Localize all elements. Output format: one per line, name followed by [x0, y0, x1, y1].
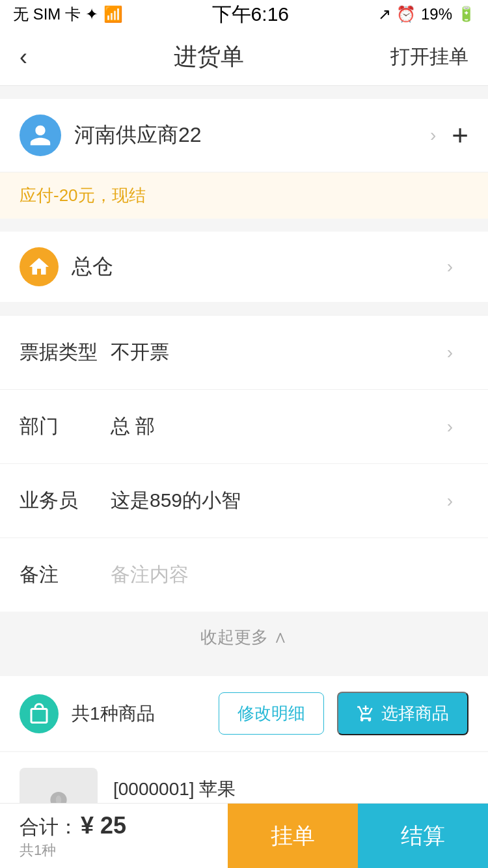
warehouse-icon [20, 247, 59, 286]
product-code: [0000001] [113, 779, 195, 799]
goods-icon [20, 694, 59, 733]
salesperson-row[interactable]: 业务员 这是859的小智 › [0, 463, 488, 537]
collapse-button[interactable]: 收起更多 ∧ [0, 612, 488, 663]
status-time: 下午6:16 [212, 1, 289, 28]
salesperson-chevron-icon: › [447, 491, 453, 511]
sim-status: 无 SIM 卡 ✦ [13, 4, 98, 25]
form-section: 票据类型 不开票 › 部门 总 部 › 业务员 这是859的小智 › 备注 备注… [0, 315, 488, 612]
total-label: 合计： [20, 814, 78, 841]
status-bar: 无 SIM 卡 ✦ 📶 下午6:16 ↗ ⏰ 19% 🔋 [0, 0, 488, 29]
supplier-chevron-icon: › [430, 125, 436, 146]
status-right: ↗ ⏰ 19% 🔋 [378, 5, 475, 23]
total-section: 合计： ¥ 25 共1种 [0, 804, 228, 868]
goods-header: 共1种商品 修改明细 选择商品 [0, 676, 488, 751]
page-title: 进货单 [174, 41, 244, 73]
settle-button[interactable]: 结算 [358, 804, 488, 868]
supplier-avatar [20, 115, 61, 156]
supplier-section: 河南供应商22 › + 应付-20元，现结 [0, 99, 488, 219]
shopping-bag-icon [27, 702, 51, 726]
remark-row[interactable]: 备注 备注内容 [0, 537, 488, 612]
department-label: 部门 [20, 413, 98, 440]
warehouse-section: 总仓 › [0, 232, 488, 302]
total-count: 共1种 [20, 841, 208, 860]
location-icon: ↗ [378, 5, 391, 23]
alarm-icon: ⏰ [396, 5, 416, 23]
product-title-text: 苹果 [199, 779, 236, 799]
warning-banner: 应付-20元，现结 [0, 172, 488, 219]
status-left: 无 SIM 卡 ✦ 📶 [13, 4, 123, 25]
salesperson-value: 这是859的小智 [111, 487, 447, 514]
invoice-value: 不开票 [111, 339, 447, 366]
salesperson-label: 业务员 [20, 487, 98, 514]
total-amount: ¥ 25 [81, 812, 126, 839]
home-icon [27, 255, 51, 278]
nav-bar: ‹ 进货单 打开挂单 [0, 29, 488, 86]
battery-icon: 🔋 [457, 6, 475, 23]
add-button[interactable]: + [452, 121, 468, 150]
back-button[interactable]: ‹ [20, 44, 27, 71]
warehouse-name: 总仓 [72, 252, 447, 281]
modify-detail-button[interactable]: 修改明细 [219, 692, 324, 735]
wifi-icon: 📶 [103, 5, 123, 23]
supplier-name: 河南供应商22 [74, 121, 430, 150]
person-icon [28, 123, 53, 148]
remark-input[interactable]: 备注内容 [111, 562, 468, 588]
invoice-row[interactable]: 票据类型 不开票 › [0, 315, 488, 389]
warehouse-row[interactable]: 总仓 › [0, 232, 488, 302]
select-goods-button[interactable]: 选择商品 [337, 692, 468, 735]
hang-button[interactable]: 挂单 [228, 804, 358, 868]
supplier-row[interactable]: 河南供应商22 › + [0, 99, 488, 172]
department-value: 总 部 [111, 413, 447, 440]
warehouse-chevron-icon: › [447, 256, 453, 277]
remark-label: 备注 [20, 562, 98, 588]
product-name: [0000001] 苹果 [113, 777, 422, 802]
department-row[interactable]: 部门 总 部 › [0, 389, 488, 463]
department-chevron-icon: › [447, 416, 453, 437]
goods-count: 共1种商品 [72, 701, 206, 726]
select-goods-label: 选择商品 [381, 702, 449, 725]
cart-add-icon [357, 705, 375, 723]
open-hang-button[interactable]: 打开挂单 [390, 44, 468, 70]
battery-level: 19% [421, 5, 452, 23]
bottom-bar: 合计： ¥ 25 共1种 挂单 结算 [0, 803, 488, 868]
invoice-chevron-icon: › [447, 342, 453, 363]
invoice-label: 票据类型 [20, 339, 98, 366]
